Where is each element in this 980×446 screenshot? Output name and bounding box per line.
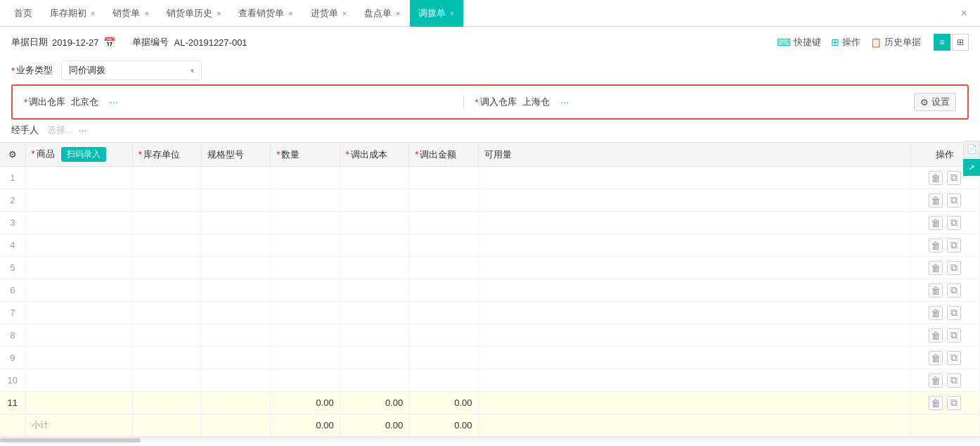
- handler-more-icon[interactable]: ···: [79, 125, 87, 136]
- copy-icon[interactable]: ⧉: [947, 374, 961, 388]
- calendar-icon[interactable]: 📅: [103, 37, 115, 48]
- tab-inventory-init[interactable]: 库存期初 ×: [41, 0, 104, 27]
- cell-unit[interactable]: [132, 257, 201, 279]
- cell-qty[interactable]: [271, 234, 340, 257]
- cell-unit[interactable]: [132, 234, 201, 257]
- cell-available[interactable]: [478, 167, 910, 189]
- cell-unit[interactable]: [132, 212, 201, 234]
- cell-cost[interactable]: [340, 167, 408, 189]
- shortcut-btn[interactable]: ⌨ 快捷键: [777, 36, 821, 49]
- cell-cost[interactable]: [340, 234, 408, 257]
- cell-spec[interactable]: [202, 347, 271, 369]
- horizontal-scrollbar[interactable]: [0, 437, 980, 442]
- cell-product[interactable]: [25, 369, 132, 392]
- cell-cost[interactable]: [340, 257, 408, 279]
- copy-icon[interactable]: ⧉: [947, 396, 961, 410]
- delete-icon[interactable]: 🗑: [929, 193, 943, 208]
- cell-spec[interactable]: [202, 257, 271, 279]
- cell-available[interactable]: [478, 234, 910, 257]
- copy-icon[interactable]: ⧉: [947, 216, 961, 230]
- cell-amount[interactable]: [409, 347, 478, 369]
- cell-qty[interactable]: [271, 324, 340, 347]
- sidebar-expand-btn[interactable]: ↗: [963, 159, 980, 176]
- cell-amount[interactable]: [409, 324, 478, 347]
- tab-sales-order[interactable]: 销货单 ×: [104, 0, 157, 27]
- delete-icon[interactable]: 🗑: [929, 351, 943, 365]
- cell-product[interactable]: [25, 324, 132, 347]
- sidebar-doc-btn[interactable]: 📄: [963, 141, 980, 158]
- cell-unit[interactable]: [132, 167, 201, 189]
- scrollbar-thumb[interactable]: [0, 438, 141, 442]
- cell-spec[interactable]: [202, 302, 271, 324]
- cell-available[interactable]: [478, 279, 910, 302]
- cell-available[interactable]: [478, 302, 910, 324]
- tab-close-view-sales[interactable]: ×: [288, 0, 292, 27]
- cell-qty[interactable]: [271, 302, 340, 324]
- copy-icon[interactable]: ⧉: [947, 306, 961, 320]
- cell-unit[interactable]: [132, 369, 201, 392]
- cell-product[interactable]: [25, 279, 132, 302]
- cell-spec[interactable]: [202, 324, 271, 347]
- operation-btn[interactable]: ⊞ 操作: [831, 36, 860, 49]
- cell-spec[interactable]: [202, 369, 271, 392]
- copy-icon[interactable]: ⧉: [947, 193, 961, 208]
- delete-icon[interactable]: 🗑: [929, 261, 943, 275]
- delete-icon[interactable]: 🗑: [929, 329, 943, 343]
- warehouse-settings-btn[interactable]: ⚙ 设置: [914, 93, 956, 111]
- cell-available[interactable]: [478, 324, 910, 347]
- cell-available[interactable]: [478, 347, 910, 369]
- cell-cost[interactable]: [340, 212, 408, 234]
- history-btn[interactable]: 📋 历史单据: [870, 36, 921, 49]
- tab-close-sales-history[interactable]: ×: [217, 0, 221, 27]
- delete-icon[interactable]: 🗑: [929, 171, 943, 185]
- cell-qty[interactable]: [271, 347, 340, 369]
- cell-spec[interactable]: [202, 234, 271, 257]
- tab-close-stocktake[interactable]: ×: [396, 0, 400, 27]
- cell-available[interactable]: [478, 189, 910, 212]
- tab-purchase[interactable]: 进货单 ×: [302, 0, 356, 27]
- cell-product[interactable]: [25, 167, 132, 189]
- cell-amount[interactable]: [409, 234, 478, 257]
- cell-cost[interactable]: [340, 369, 408, 392]
- cell-amount[interactable]: [409, 189, 478, 212]
- copy-icon[interactable]: ⧉: [947, 261, 961, 275]
- out-warehouse-more-icon[interactable]: ···: [110, 96, 118, 108]
- cell-cost[interactable]: [340, 189, 408, 212]
- cell-unit[interactable]: [132, 302, 201, 324]
- cell-unit[interactable]: [132, 324, 201, 347]
- cell-available[interactable]: [478, 257, 910, 279]
- scan-btn[interactable]: 扫码录入: [61, 147, 106, 162]
- cell-cost[interactable]: [340, 279, 408, 302]
- tab-sales-history[interactable]: 销货单历史 ×: [158, 0, 230, 27]
- cell-available[interactable]: [478, 212, 910, 234]
- tab-close-inventory-init[interactable]: ×: [91, 0, 95, 27]
- cell-qty[interactable]: [271, 369, 340, 392]
- cell-qty[interactable]: [271, 212, 340, 234]
- tab-view-sales[interactable]: 查看销货单 ×: [230, 0, 302, 27]
- handler-placeholder[interactable]: 选择...: [47, 124, 73, 136]
- delete-icon[interactable]: 🗑: [929, 238, 943, 253]
- delete-icon[interactable]: 🗑: [929, 306, 943, 320]
- cell-unit[interactable]: [132, 279, 201, 302]
- cell-qty[interactable]: [271, 257, 340, 279]
- copy-icon[interactable]: ⧉: [947, 351, 961, 365]
- cell-spec[interactable]: [202, 212, 271, 234]
- copy-icon[interactable]: ⧉: [947, 329, 961, 343]
- delete-icon[interactable]: 🗑: [929, 283, 943, 298]
- cell-amount[interactable]: [409, 279, 478, 302]
- cell-unit[interactable]: [132, 189, 201, 212]
- view-list-btn[interactable]: ≡: [934, 34, 950, 51]
- cell-spec[interactable]: [202, 189, 271, 212]
- in-warehouse-more-icon[interactable]: ···: [561, 96, 569, 108]
- tab-close-transfer[interactable]: ×: [450, 0, 454, 27]
- cell-cost[interactable]: [340, 324, 408, 347]
- cell-amount[interactable]: [409, 369, 478, 392]
- tab-home[interactable]: 首页: [6, 0, 41, 27]
- cell-unit[interactable]: [132, 347, 201, 369]
- copy-icon[interactable]: ⧉: [947, 283, 961, 298]
- cell-product[interactable]: [25, 189, 132, 212]
- cell-spec[interactable]: [202, 167, 271, 189]
- cell-product[interactable]: [25, 234, 132, 257]
- cell-cost[interactable]: [340, 302, 408, 324]
- cell-amount[interactable]: [409, 302, 478, 324]
